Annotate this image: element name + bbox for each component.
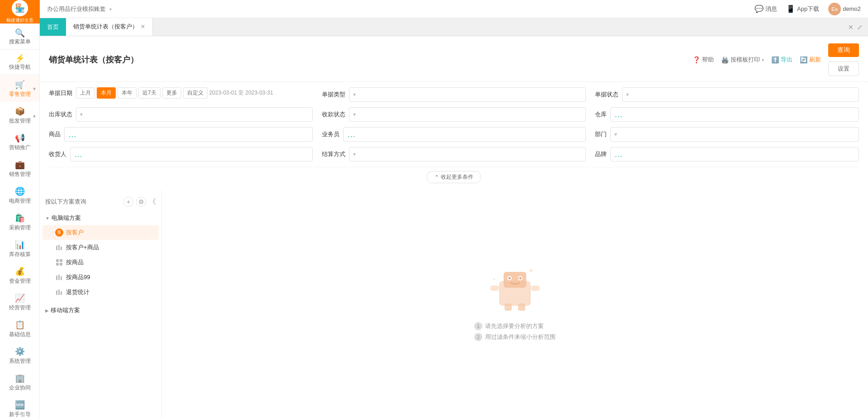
order-type-chevron: ▾ — [353, 91, 356, 98]
by-customer-goods-icon — [55, 243, 63, 252]
out-status-label: 出库状态 — [49, 110, 72, 119]
mobile-scheme-group: ▶ 移动端方案 — [40, 302, 161, 319]
consignee-filter: 收货人 … — [49, 147, 313, 162]
salesperson-input[interactable]: … — [343, 127, 586, 142]
tab-home[interactable]: 首页 — [40, 18, 66, 36]
sidebar-item-newguide[interactable]: 🆕 新手引导 — [0, 395, 39, 418]
order-type-select[interactable]: ▾ — [349, 87, 586, 102]
order-status-filter: 单据状态 ▾ — [595, 87, 859, 102]
add-scheme-btn[interactable]: + — [123, 197, 133, 207]
consignee-input[interactable]: … — [70, 147, 313, 162]
query-button[interactable]: 查询 — [828, 43, 859, 57]
edit-scheme-btn[interactable]: ⚙ — [136, 197, 146, 207]
tree-item-by-goods-99[interactable]: 按商品99 — [42, 270, 159, 285]
settlement-chevron: ▾ — [353, 151, 356, 157]
by-goods-99-label: 按商品99 — [66, 273, 90, 281]
date-btn-custom[interactable]: 自定义 — [183, 87, 208, 99]
mobile-scheme-header[interactable]: ▶ 移动端方案 — [40, 304, 161, 317]
sidebar-marketing-label: 营销推广 — [9, 144, 31, 152]
tree-item-return-stats[interactable]: 退货统计 — [42, 285, 159, 299]
page-header: 销货单统计表（按客户） ❓ 帮助 🖨️ 按模板打印 ▾ ⬆️ 导出 🔄 刷新 — [40, 36, 868, 82]
sidebar-item-system[interactable]: ⚙️ 系统管理 — [0, 342, 39, 369]
out-status-select[interactable]: ▾ — [76, 107, 313, 122]
dept-chevron: ▾ — [614, 131, 617, 138]
sidebar-finance-label: 资金管理 — [9, 277, 31, 285]
industry-dropdown-icon[interactable]: ▾ — [109, 7, 112, 12]
desktop-scheme-label: 电脑端方案 — [52, 214, 81, 222]
tree-item-by-customer-goods[interactable]: 按客户+商品 — [42, 240, 159, 255]
date-btn-this-month[interactable]: 本月 — [97, 87, 116, 99]
print-dropdown-icon[interactable]: ▾ — [762, 57, 764, 62]
help-btn[interactable]: ❓ 帮助 — [693, 56, 714, 64]
sidebar-item-wholesale[interactable]: 📦 批发管理 ▲ — [0, 102, 39, 128]
sidebar-item-ecom[interactable]: 🌐 电商管理 — [0, 182, 39, 209]
date-btn-this-year[interactable]: 本年 — [118, 87, 137, 99]
dept-label: 部门 — [595, 130, 607, 138]
order-status-select[interactable]: ▾ — [622, 87, 859, 102]
goods-input[interactable]: … — [64, 127, 313, 142]
sidebar-item-enterprise[interactable]: 🏢 企业协同 — [0, 369, 39, 395]
left-panel: 按以下方案查询 + ⚙ 《 ▼ 电脑端方案 客 按客户 — [40, 190, 162, 418]
by-goods-label: 按商品 — [66, 258, 84, 266]
page-title: 销货单统计表（按客户） — [49, 54, 138, 65]
dept-select[interactable]: ▾ — [610, 127, 859, 142]
tree-item-by-goods[interactable]: 按商品 — [42, 255, 159, 270]
mobile-arrow-icon: ▶ — [45, 308, 49, 313]
brand-input[interactable]: … — [610, 147, 859, 162]
date-btn-last-month[interactable]: 上月 — [76, 87, 95, 99]
settings-button[interactable]: 设置 — [828, 62, 859, 76]
sidebar-item-retail[interactable]: 🛒 零售管理 ▼ — [0, 75, 39, 102]
page-content: 销货单统计表（按客户） ❓ 帮助 🖨️ 按模板打印 ▾ ⬆️ 导出 🔄 刷新 — [40, 36, 868, 418]
sidebar-item-sales[interactable]: 💼 销售管理 — [0, 155, 39, 182]
date-label: 单据日期 — [49, 89, 72, 97]
receipt-status-select[interactable]: ▾ — [349, 107, 586, 122]
desktop-scheme-header[interactable]: ▼ 电脑端方案 — [40, 211, 161, 225]
settlement-label: 结算方式 — [322, 150, 345, 158]
date-btn-more[interactable]: 更多 — [162, 87, 181, 99]
brand-filter: 品牌 … — [595, 147, 859, 162]
export-btn[interactable]: ⬆️ 导出 — [771, 56, 793, 64]
sidebar-item-marketing[interactable]: 📢 营销推广 — [0, 128, 39, 155]
print-btn[interactable]: 🖨️ 按模板打印 ▾ — [721, 56, 764, 64]
date-btn-7days[interactable]: 近7天 — [138, 87, 160, 99]
sidebar-ecom-label: 电商管理 — [9, 197, 31, 205]
return-stats-icon — [55, 288, 63, 296]
collapse-btn[interactable]: ⌃ 收起更多条件 — [427, 171, 481, 183]
user-menu-btn[interactable]: Ea demo2 — [828, 3, 861, 15]
svg-point-18 — [519, 277, 522, 279]
receipt-status-filter: 收款状态 ▾ — [322, 107, 586, 122]
sidebar-item-basic[interactable]: 📋 基础信息 — [0, 315, 39, 342]
warehouse-input[interactable]: … — [610, 107, 859, 122]
app-download-btn[interactable]: 📱 App下载 — [786, 5, 819, 13]
message-btn[interactable]: 💬 消息 — [755, 5, 777, 13]
sidebar-search-nav[interactable]: 🔍 搜索菜单 — [0, 24, 39, 50]
help-icon: ❓ — [693, 56, 700, 63]
refresh-btn[interactable]: 🔄 刷新 — [800, 56, 821, 64]
export-icon: ⬆️ — [771, 56, 779, 63]
tab-sales-stats[interactable]: 销货单统计表（按客户） ✕ — [66, 18, 153, 36]
sidebar-quicknav[interactable]: ⚡ 快捷导航 — [0, 50, 39, 75]
svg-text:✦: ✦ — [492, 277, 496, 282]
sidebar-item-inventory[interactable]: 📊 库存核算 — [0, 235, 39, 262]
svg-rect-6 — [60, 263, 62, 266]
brand-label: 品牌 — [595, 150, 607, 158]
sidebar-item-purchase[interactable]: 🛍️ 采购管理 — [0, 209, 39, 235]
close-window-icon[interactable]: ✕ — [848, 24, 854, 31]
main-area: 办公用品行业模拟账套 ▾ 💬 消息 📱 App下载 Ea demo2 首页 — [40, 0, 868, 418]
sidebar-newguide-label: 新手引导 — [9, 411, 31, 418]
sidebar-item-operations[interactable]: 📈 经营管理 — [0, 289, 39, 315]
date-filter-group: 单据日期 上月 本月 本年 近7天 更多 自定义 2023-03-01 至 20… — [49, 87, 313, 99]
tab-close-btn[interactable]: ✕ — [141, 24, 145, 30]
svg-rect-19 — [490, 285, 499, 291]
svg-rect-8 — [58, 275, 60, 280]
consignee-label: 收货人 — [49, 150, 66, 158]
left-panel-icons: + ⚙ 《 — [123, 197, 156, 207]
tree-item-by-customer[interactable]: 客 按客户 — [42, 225, 159, 240]
settlement-select[interactable]: ▾ — [349, 147, 586, 162]
svg-rect-22 — [518, 304, 525, 311]
sidebar-enterprise-label: 企业协同 — [9, 384, 31, 392]
download-icon: 📱 — [786, 5, 795, 13]
sidebar-item-finance[interactable]: 💰 资金管理 — [0, 262, 39, 289]
panel-collapse-btn[interactable]: 《 — [149, 197, 156, 207]
maximize-icon[interactable]: ⤢ — [857, 24, 863, 31]
